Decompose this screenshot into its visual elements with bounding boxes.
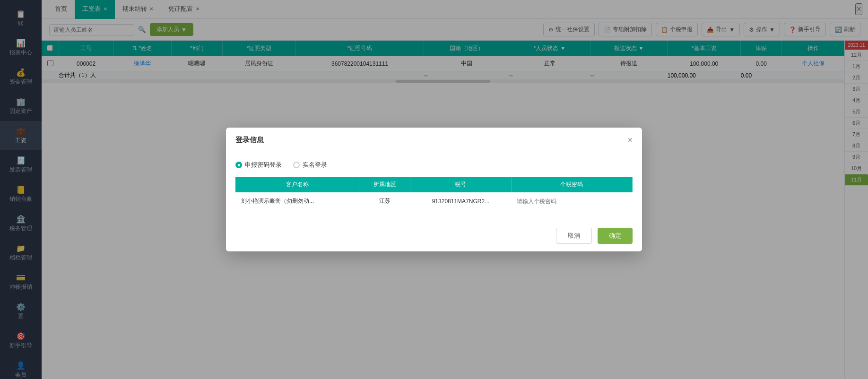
radio-password-dot	[235, 162, 242, 168]
dialog-body: 申报密码登录 实名登录 客户名称 所属地区 税号 个税密码	[226, 151, 642, 220]
dialog-header: 登录信息 ×	[226, 128, 642, 151]
customer-name: 刘小艳演示账套（勿删勿动...	[235, 192, 359, 210]
customer-region: 江苏	[359, 192, 410, 210]
col-region: 所属地区	[359, 177, 410, 192]
radio-password-login[interactable]: 申报密码登录	[235, 161, 282, 169]
tax-password-input[interactable]	[517, 198, 626, 205]
dialog-footer: 取消 确定	[226, 220, 642, 251]
radio-realname-dot	[293, 162, 300, 168]
radio-realname-login[interactable]: 实名登录	[293, 161, 327, 169]
dialog-cancel-btn[interactable]: 取消	[556, 228, 592, 244]
login-dialog: 登录信息 × 申报密码登录 实名登录 客户名称 所属地区	[226, 128, 642, 251]
login-table: 客户名称 所属地区 税号 个税密码 刘小艳演示账套（勿删勿动... 江苏 913…	[235, 177, 633, 210]
col-customer-name: 客户名称	[235, 177, 359, 192]
col-tax-no: 税号	[410, 177, 511, 192]
dialog-title: 登录信息	[235, 136, 264, 145]
dialog-close-btn[interactable]: ×	[627, 135, 633, 145]
customer-tax-no: 91320811MA7NGR2...	[410, 192, 511, 210]
dialog-overlay: 登录信息 × 申报密码登录 实名登录 客户名称 所属地区	[0, 0, 868, 379]
login-table-row: 刘小艳演示账套（勿删勿动... 江苏 91320811MA7NGR2...	[235, 192, 633, 210]
col-tax-password: 个税密码	[511, 177, 632, 192]
tax-password-input-cell[interactable]	[511, 192, 632, 210]
login-type-radio-group: 申报密码登录 实名登录	[235, 161, 633, 169]
dialog-confirm-btn[interactable]: 确定	[598, 228, 633, 244]
